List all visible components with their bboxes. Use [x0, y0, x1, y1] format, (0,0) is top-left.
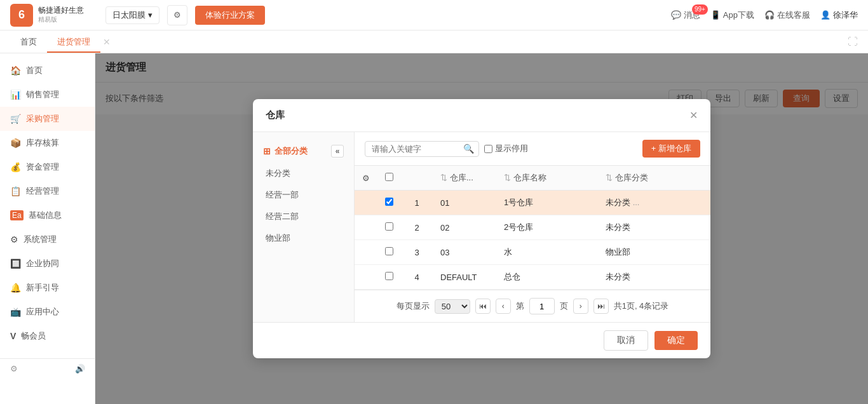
modal-sidebar-item-2[interactable]: 经营二部 — [253, 206, 354, 227]
row-checkbox[interactable] — [377, 191, 401, 215]
row-checkbox[interactable] — [377, 240, 401, 265]
table-row[interactable]: 2 02 2号仓库 未分类 — [355, 215, 710, 240]
settings-bottom-icon[interactable]: ⚙ — [10, 364, 18, 374]
modal-sidebar-item-0[interactable]: 未分类 — [253, 163, 354, 184]
add-warehouse-button[interactable]: + 新增仓库 — [642, 140, 700, 158]
show-disabled-label[interactable]: 显示停用 — [484, 143, 528, 154]
row-select-checkbox[interactable] — [385, 198, 393, 206]
sidebar-label-sales: 销售管理 — [26, 89, 59, 100]
row-select-checkbox[interactable] — [385, 247, 393, 255]
row-category: 未分类 — [598, 215, 710, 240]
modal-sidebar-item-1[interactable]: 经营一部 — [253, 184, 354, 206]
modal-sidebar-item-3[interactable]: 物业部 — [253, 227, 354, 249]
finance-icon: 💰 — [10, 162, 21, 172]
page-input[interactable] — [529, 298, 555, 314]
sidebar-item-basic[interactable]: Ea 基础信息 — [0, 203, 95, 227]
row-select-checkbox[interactable] — [385, 272, 393, 280]
sidebar-item-operation[interactable]: 📋 经营管理 — [0, 179, 95, 203]
warehouse-table-wrap: ⚙ ⇅仓库... ⇅仓库名称 — [355, 166, 710, 290]
row-checkbox[interactable] — [377, 215, 401, 240]
close-tab-icon[interactable]: ✕ — [103, 37, 111, 47]
apps-icon: 📺 — [10, 307, 21, 317]
sales-icon: 📊 — [10, 90, 21, 100]
next-page-button[interactable]: › — [573, 299, 588, 314]
logo-area: 6 畅捷通好生意 精易版 — [10, 4, 105, 27]
cancel-button[interactable]: 取消 — [604, 330, 648, 351]
sidebar-item-apps[interactable]: 📺 应用中心 — [0, 300, 95, 324]
per-page-label: 每页显示 — [397, 300, 430, 312]
sidebar-item-sales[interactable]: 📊 销售管理 — [0, 83, 95, 107]
online-service-item[interactable]: 🎧 在线客服 — [764, 10, 810, 21]
tab-home[interactable]: 首页 — [10, 32, 47, 53]
th-num — [401, 166, 433, 191]
table-row[interactable]: 4 DEFAULT 总仓 未分类 — [355, 265, 710, 290]
search-input[interactable] — [365, 141, 479, 157]
sidebar-item-member[interactable]: V 畅会员 — [0, 324, 95, 348]
last-page-button[interactable]: ⏭ — [593, 299, 609, 314]
store-name: 日太阳膜 — [112, 10, 146, 21]
sort-icon-name: ⇅ — [504, 173, 511, 182]
row-category: 未分类 — [598, 265, 710, 290]
row-code: 03 — [433, 240, 496, 265]
sidebar-item-guide[interactable]: 🔔 新手引导 — [0, 276, 95, 300]
top-center: 日太阳膜 ▾ ⚙ 体验行业方案 — [105, 5, 671, 25]
operation-icon: 📋 — [10, 186, 21, 196]
confirm-button[interactable]: 确定 — [654, 331, 698, 350]
app-download-item[interactable]: 📱 App下载 — [710, 10, 754, 21]
sidebar-item-home[interactable]: 🏠 首页 — [0, 58, 95, 83]
th-category[interactable]: ⇅仓库分类 — [598, 166, 710, 191]
sidebar-item-purchase[interactable]: 🛒 采购管理 — [0, 107, 95, 131]
th-checkbox — [377, 166, 401, 191]
sidebar-label-home: 首页 — [26, 65, 43, 76]
sidebar-item-inventory[interactable]: 📦 库存核算 — [0, 131, 95, 155]
sidebar-item-finance[interactable]: 💰 资金管理 — [0, 155, 95, 179]
basic-icon: Ea — [10, 210, 24, 220]
row-gear — [355, 191, 377, 215]
first-page-button[interactable]: ⏮ — [475, 299, 491, 314]
show-disabled-checkbox[interactable] — [484, 145, 492, 153]
select-all-checkbox[interactable] — [385, 173, 393, 181]
row-select-checkbox[interactable] — [385, 222, 393, 231]
th-name[interactable]: ⇅仓库名称 — [496, 166, 598, 191]
notification-item[interactable]: 💬 消息 99+ — [671, 10, 700, 21]
sidebar-item-corp[interactable]: 🔲 企业协同 — [0, 252, 95, 276]
modal-pagination: 每页显示 50 100 ⏮ ‹ 第 页 › ⏭ 共 — [355, 290, 710, 322]
row-code: DEFAULT — [433, 265, 496, 290]
row-num: 2 — [401, 215, 433, 240]
speaker-icon[interactable]: 🔊 — [75, 364, 85, 374]
user-profile[interactable]: 👤 徐泽华 — [820, 10, 858, 21]
content-area: 进货管理 按以下条件筛选 打印 导出 刷新 查询 设置 仓库 ✕ — [95, 53, 868, 404]
th-code[interactable]: ⇅仓库... — [433, 166, 496, 191]
more-icon[interactable]: ... — [633, 198, 640, 207]
row-code: 01 — [433, 191, 496, 215]
collapse-button[interactable]: « — [331, 145, 344, 158]
sidebar-item-system[interactable]: ⚙ 系统管理 — [0, 227, 95, 252]
per-page-select[interactable]: 50 100 — [435, 299, 470, 314]
row-name: 1号仓库 — [496, 191, 598, 215]
table-row[interactable]: 1 01 1号仓库 未分类 ... — [355, 191, 710, 215]
modal-sidebar-header[interactable]: ⊞ 全部分类 « — [253, 140, 354, 163]
store-selector[interactable]: 日太阳膜 ▾ — [105, 6, 159, 24]
tab-purchase[interactable]: 进货管理 — [47, 32, 100, 53]
modal-sidebar-header-label: 全部分类 — [275, 145, 308, 157]
row-gear — [355, 240, 377, 265]
row-code: 02 — [433, 215, 496, 240]
table-row[interactable]: 3 03 水 物业部 — [355, 240, 710, 265]
expand-icon[interactable]: ⛶ — [848, 36, 858, 48]
trial-button[interactable]: 体验行业方案 — [195, 6, 265, 25]
grid-icon: ⊞ — [263, 146, 271, 156]
sidebar-label-finance: 资金管理 — [26, 161, 59, 173]
sort-icon-cat: ⇅ — [606, 173, 613, 182]
corp-icon: 🔲 — [10, 259, 21, 269]
row-checkbox[interactable] — [377, 265, 401, 290]
guide-icon: 🔔 — [10, 283, 21, 293]
main-layout: 🏠 首页 📊 销售管理 🛒 采购管理 📦 库存核算 💰 资金管理 📋 经营管理 … — [0, 53, 868, 404]
brand-info: 畅捷通好生意 精易版 — [38, 6, 84, 25]
modal-close-button[interactable]: ✕ — [689, 109, 698, 121]
prev-page-button[interactable]: ‹ — [496, 299, 511, 314]
system-icon: ⚙ — [10, 234, 18, 245]
modal-toolbar: 🔍 显示停用 + 新增仓库 — [355, 132, 710, 166]
sidebar-label-purchase: 采购管理 — [26, 113, 59, 125]
settings-button[interactable]: ⚙ — [167, 5, 187, 25]
row-num: 3 — [401, 240, 433, 265]
